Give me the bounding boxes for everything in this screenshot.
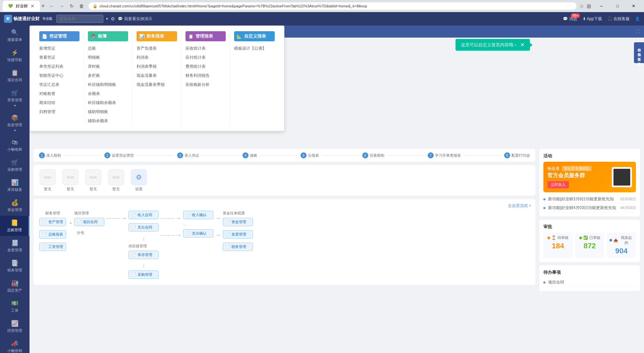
- refresh-button[interactable]: ↻: [68, 3, 76, 9]
- maximize-button[interactable]: □: [610, 1, 625, 11]
- quick-nav-desktop[interactable]: 桌面快捷: [636, 58, 642, 62]
- sidebar-item-operations[interactable]: 📈 经营管理: [0, 316, 30, 337]
- quick-nav-help[interactable]: 帮助中心: [636, 44, 642, 48]
- sidebar-item-purchase[interactable]: 🛒 采购管理: [0, 155, 30, 175]
- flow-node-expense-confirm[interactable]: 📄 支出确认: [183, 229, 213, 238]
- mega-item-general-ledger[interactable]: 总账: [88, 44, 128, 53]
- mega-item-cashflow[interactable]: 现金流量表: [137, 71, 177, 80]
- quick-icon-3[interactable]: Icon 暂无: [83, 169, 103, 192]
- sidebar-item-accounting[interactable]: 📒 总账管理: [0, 216, 30, 236]
- mega-item-reconcile[interactable]: 对账检查: [39, 89, 79, 98]
- sidebar-item-marketing[interactable]: 📣 小畅营销: [0, 337, 30, 353]
- sidebar-item-ecommerce[interactable]: 🛍 小畅电商: [0, 136, 30, 155]
- approval-done[interactable]: ✅ 已审核 872: [575, 233, 604, 258]
- address-bar[interactable]: 🔒 cloud.chanjet.com/cc/u6d89qwnryel/57bf…: [89, 2, 577, 10]
- customize-close-button[interactable]: ✕: [520, 42, 525, 48]
- expand-icon[interactable]: ⛶: [636, 29, 640, 34]
- set-flow-link[interactable]: 去设置流程 >: [508, 203, 531, 208]
- user-avatar[interactable]: 👤: [635, 16, 640, 21]
- sidebar-item-invoice[interactable]: 🧾 发票管理: [0, 236, 30, 256]
- approval-sent[interactable]: 📤 我发起的 904: [607, 233, 636, 258]
- bookmark-icon[interactable]: ☆: [579, 3, 584, 9]
- mega-item-cashflow-quarterly[interactable]: 现金流量表季报: [137, 80, 177, 89]
- online-support-button[interactable]: 🎧 在线客服: [607, 16, 630, 22]
- mega-item-ar-stats[interactable]: 应收统计表: [185, 44, 226, 53]
- mega-item-expense-stats[interactable]: 费用统计表: [185, 62, 226, 71]
- demo-link[interactable]: 💬 我要看实例演示: [118, 16, 152, 22]
- mega-item-aux-detail-ledger[interactable]: 辅助明细账: [88, 107, 128, 116]
- flow-node-invoice-mgmt[interactable]: 📄 发票管理: [223, 230, 253, 239]
- flow-node-fund-mgmt[interactable]: 📄 资金管理: [223, 218, 253, 226]
- sidebar-item-finance[interactable]: 💰 资金管理: [0, 196, 30, 216]
- tab-close-button[interactable]: ✕: [31, 3, 35, 9]
- ellipsis-button[interactable]: ···: [183, 223, 213, 227]
- flow-node-asset[interactable]: 📄 资产管理: [39, 218, 66, 226]
- flow-node-revenue-confirm[interactable]: 📄 收入确认: [183, 211, 213, 219]
- mega-item-multi-col-ledger[interactable]: 多栏账: [88, 71, 128, 80]
- flow-node-inventory-mgmt[interactable]: 📄 库存管理: [128, 251, 159, 259]
- quick-icon-2[interactable]: Icon 暂无: [60, 169, 80, 192]
- sidebar-item-payroll[interactable]: 💵 工资: [0, 296, 30, 316]
- delete-button[interactable]: 🗑: [77, 3, 86, 9]
- mega-item-subject-aux-detail[interactable]: 科目辅助明细账: [88, 80, 128, 89]
- new-tab-button[interactable]: +: [41, 3, 45, 10]
- mega-item-add-voucher[interactable]: 新增凭证: [39, 44, 79, 53]
- mega-item-smart-voucher[interactable]: 智能凭证中心: [39, 71, 79, 80]
- browser-chrome: 💚 好业财 ✕ + ← → ↻ 🗑 🔒 cloud.chanjet.com/cc…: [0, 0, 644, 12]
- mega-item-period-transfer[interactable]: 期末结转: [39, 98, 79, 107]
- mega-item-profit-report[interactable]: 财务利润报告: [185, 71, 226, 80]
- flow-node-ledger-report[interactable]: 📄 总账报表: [39, 230, 66, 239]
- mega-item-voucher-summary[interactable]: 凭证汇总表: [39, 80, 79, 89]
- sidebar-item-tax[interactable]: 📑 税务管理: [0, 256, 30, 276]
- mega-item-archive[interactable]: 归档管理: [39, 107, 79, 116]
- mega-item-view-voucher[interactable]: 查看凭证: [39, 53, 79, 62]
- mega-item-aux-balance[interactable]: 辅助余额表: [88, 116, 128, 125]
- sidebar-item-retail[interactable]: 🛒 零售管理 ▾: [0, 86, 30, 111]
- app-download-button[interactable]: ⬇ App下载: [583, 16, 602, 22]
- mega-item-balance-sheet[interactable]: 资产负债表: [137, 44, 177, 53]
- quick-icon-1[interactable]: Icon 暂无: [38, 169, 58, 192]
- mega-item-ar-aging[interactable]: 应收账龄分析: [185, 80, 226, 89]
- flow-node-project-contract[interactable]: 📄 项目合同: [74, 218, 104, 226]
- mega-item-ap-stats[interactable]: 应付统计表: [185, 53, 226, 62]
- mega-item-voucher-list[interactable]: 单凭凭证列表: [39, 62, 79, 71]
- sidebar-item-fixed-assets[interactable]: 🏭 固定资产: [0, 276, 30, 296]
- message-button[interactable]: 💬 消息 99+: [563, 16, 577, 22]
- flow-node-revenue-contract[interactable]: 📄 收入合同: [128, 211, 159, 219]
- news-item-1[interactable]: 新功能|好业财3月6日功能更新抢先知 03月06日: [543, 195, 636, 204]
- minimize-button[interactable]: ─: [594, 1, 609, 11]
- news-item-2[interactable]: 新功能|好业财4月03日功能更新抢先知 04月03日: [543, 204, 636, 212]
- mega-item-income-quarterly[interactable]: 利润表季报: [137, 62, 177, 71]
- approval-pending[interactable]: ⏳ 待审核 184: [543, 233, 573, 258]
- mega-item-template-design[interactable]: 模板设计【公测】: [234, 44, 275, 53]
- todo-item-1[interactable]: 项目合同: [543, 278, 636, 287]
- header-settings-icon[interactable]: ⚙: [111, 16, 115, 21]
- sidebar-item-project[interactable]: 📋 项目合同: [0, 66, 30, 86]
- quick-icon-4[interactable]: Icon 暂无: [106, 169, 126, 192]
- mega-item-balance-table[interactable]: 余额表: [88, 89, 128, 98]
- header-dropdown[interactable]: ▾: [106, 16, 108, 21]
- search-input[interactable]: [56, 15, 103, 23]
- mega-item-temp-ledger[interactable]: 库时账: [88, 62, 128, 71]
- extensions-icon[interactable]: ⊞: [587, 3, 591, 9]
- flow-node-purchase-mgmt[interactable]: 📄 采购管理: [128, 270, 159, 279]
- close-button[interactable]: ✕: [626, 1, 641, 11]
- browser-tab[interactable]: 💚 好业财 ✕: [3, 1, 40, 11]
- mega-item-detail-ledger[interactable]: 明细账: [88, 53, 128, 62]
- flow-node-payroll-mgmt[interactable]: 📄 工资管理: [39, 243, 66, 251]
- flow-node-tax-mgmt[interactable]: 📄 税务管理: [223, 243, 253, 251]
- sidebar-item-wholesale[interactable]: 📦 批发管理 ▾: [0, 111, 30, 136]
- quick-icon-5[interactable]: ⚙ 设置: [129, 169, 149, 192]
- mega-item-subject-aux-balance[interactable]: 科目辅助余额表: [88, 98, 128, 107]
- back-button[interactable]: ←: [48, 3, 56, 9]
- sidebar-item-shortcut[interactable]: ⚡ 快捷导航: [0, 46, 30, 66]
- join-button[interactable]: 立即加入: [547, 181, 569, 188]
- icon-label-3: 暂无: [90, 187, 97, 192]
- sidebar-item-search[interactable]: 🔍 搜索菜单: [0, 26, 30, 46]
- flow-node-expense-contract[interactable]: 📄 支出合同: [128, 223, 159, 232]
- sidebar-item-inventory[interactable]: 📊 库存核算: [0, 175, 30, 196]
- mega-item-income-stmt[interactable]: 利润表: [137, 53, 177, 62]
- forward-button[interactable]: →: [58, 3, 66, 9]
- quick-nav-community[interactable]: 服务社区: [636, 53, 642, 57]
- quick-nav-hotline[interactable]: 客服热线: [636, 48, 642, 52]
